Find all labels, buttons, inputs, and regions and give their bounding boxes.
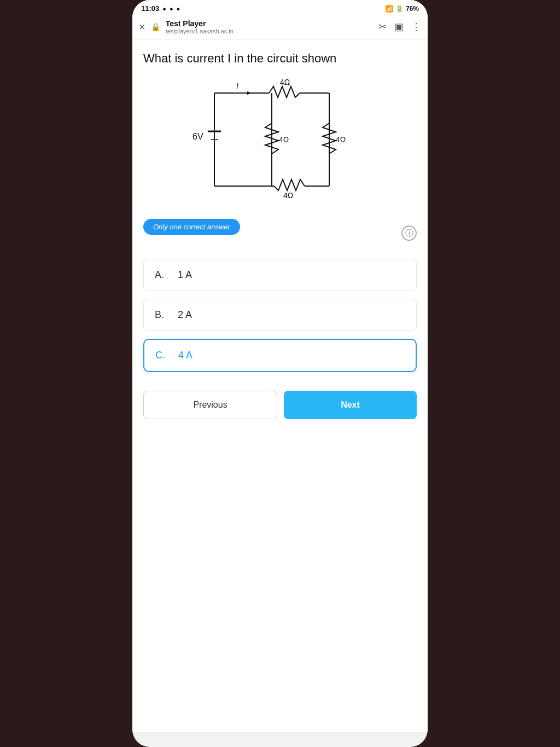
svg-marker-21: [247, 91, 252, 95]
status-time: 11:03: [141, 4, 159, 13]
svg-text:6V: 6V: [192, 132, 203, 141]
option-a[interactable]: A. 1 A: [143, 259, 417, 291]
nav-buttons: Previous Next: [143, 385, 417, 430]
svg-text:4Ω: 4Ω: [279, 135, 289, 144]
content-area: What is current I in the circuit shown: [132, 39, 428, 732]
close-button[interactable]: ×: [139, 21, 145, 33]
circuit-diagram: 6V 4Ω 4Ω I 4Ω: [143, 77, 417, 202]
next-button[interactable]: Next: [284, 391, 417, 419]
status-bar: 11:03 ● ● ● 📶 🔋 76%: [132, 0, 428, 15]
status-left: 11:03 ● ● ●: [141, 4, 180, 13]
lock-icon: 🔒: [151, 22, 160, 31]
answer-type-badge: Only one correct answer: [143, 219, 240, 235]
tab-icon[interactable]: ▣: [394, 21, 404, 33]
browser-title-block: Test Player testplayerv1.aakash.ac.in: [166, 19, 373, 34]
question-text: What is current I in the circuit shown: [143, 50, 417, 67]
svg-text:4Ω: 4Ω: [336, 135, 346, 144]
option-c[interactable]: C. 4 A: [143, 339, 417, 372]
phone-frame: 11:03 ● ● ● 📶 🔋 76% × 🔒 Test Player test…: [132, 0, 428, 747]
circuit-svg: 6V 4Ω 4Ω I 4Ω: [187, 77, 373, 202]
share-icon[interactable]: ✂: [378, 21, 387, 33]
option-a-value: 1 A: [178, 269, 192, 281]
status-icon1: ●: [162, 5, 166, 12]
option-b-value: 2 A: [178, 309, 192, 321]
status-icon2: ●: [170, 5, 173, 12]
option-c-value: 4 A: [178, 350, 192, 361]
browser-bar: × 🔒 Test Player testplayerv1.aakash.ac.i…: [132, 15, 428, 39]
menu-icon[interactable]: ⋮: [411, 21, 421, 33]
browser-actions: ✂ ▣ ⋮: [378, 21, 421, 33]
svg-text:4Ω: 4Ω: [280, 78, 290, 86]
info-icon-button[interactable]: ⓘ: [401, 225, 417, 241]
browser-url: testplayerv1.aakash.ac.in: [166, 28, 373, 34]
previous-button[interactable]: Previous: [143, 391, 277, 419]
options-list: A. 1 A B. 2 A C. 4 A: [143, 259, 417, 372]
svg-text:I: I: [236, 82, 238, 90]
status-icon3: ●: [177, 5, 180, 12]
option-b-label: B.: [155, 309, 170, 321]
option-a-label: A.: [155, 269, 170, 281]
battery-icon: 🔋: [395, 5, 404, 13]
signal-icon: 📶: [385, 5, 393, 13]
svg-text:4Ω: 4Ω: [283, 191, 293, 200]
status-right: 📶 🔋 76%: [385, 5, 419, 13]
battery-level: 76%: [406, 5, 419, 13]
browser-title: Test Player: [166, 19, 373, 28]
option-b[interactable]: B. 2 A: [143, 299, 417, 331]
option-c-label: C.: [155, 350, 171, 361]
